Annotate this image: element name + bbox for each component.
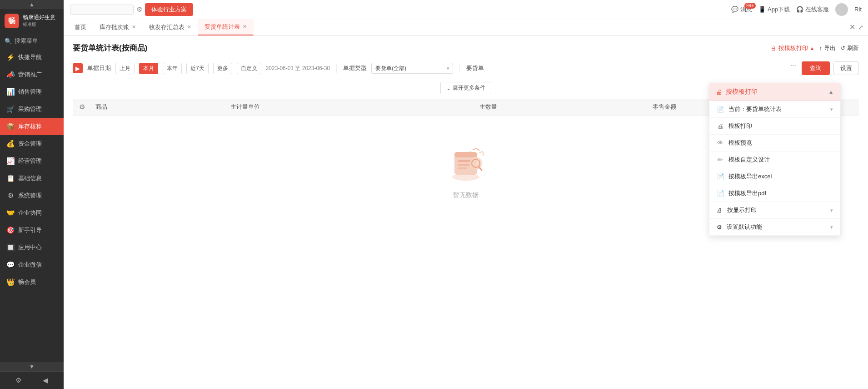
svg-rect-2 — [454, 152, 477, 157]
breadcrumb-input[interactable] — [70, 5, 134, 15]
sidebar-item-wechat[interactable]: 💬 企业微信 — [0, 256, 64, 273]
app-download-button[interactable]: 📱 App下载 — [758, 5, 790, 14]
type-filter-label: 单据类型 — [343, 64, 367, 72]
wechat-icon: 💬 — [6, 261, 15, 269]
date-btn-more[interactable]: 更多 — [213, 63, 232, 74]
sidebar-item-quick-nav[interactable]: ⚡ 快捷导航 — [0, 49, 64, 66]
date-btn-this-year[interactable]: 本年 — [163, 63, 182, 74]
col-quantity: 主数量 — [475, 99, 648, 116]
expand-more-btn[interactable]: ⌄ 展开更多条件 — [440, 82, 491, 94]
sidebar-item-basic[interactable]: 📋 基础信息 — [0, 170, 64, 187]
template-design-item[interactable]: ✏ 模板自定义设计 — [709, 152, 840, 168]
basic-icon: 📋 — [6, 174, 15, 182]
display-print-item[interactable]: 🖨 按显示打印 ▾ — [709, 202, 840, 219]
display-print-label: 按显示打印 — [727, 206, 757, 214]
page-header: 要货单统计表(按商品) 🖨 按模板打印 ▲ ↑ 导出 ↺ 刷新 — [64, 35, 868, 58]
date-btn-last-month[interactable]: 上月 — [115, 63, 135, 74]
print-dropdown-title-area: 🖨 按模板打印 — [716, 88, 758, 96]
guide-icon: 🎯 — [6, 226, 15, 234]
page-title: 要货单统计表(按商品) — [73, 43, 147, 53]
tabs-expand-icon[interactable]: ⤢ — [858, 24, 863, 31]
header-right: 💬 消息 99+ 📱 App下载 🎧 在线客服 Rit — [731, 3, 862, 16]
empty-text: 暂无数据 — [453, 191, 479, 199]
headset-icon: 🎧 — [796, 6, 803, 13]
expand-icon: ⌄ — [446, 85, 451, 91]
online-service-button[interactable]: 🎧 在线客服 — [796, 5, 829, 14]
tabs-close-all-icon[interactable]: ✕ — [849, 23, 855, 31]
system-icon: ⚙ — [6, 192, 15, 200]
current-template-chevron-icon: ▾ — [830, 106, 833, 112]
template-design-label: 模板自定义设计 — [728, 156, 770, 164]
sidebar-item-finance[interactable]: 💰 资金管理 — [0, 135, 64, 152]
settings-icon[interactable]: ⚙ — [15, 376, 21, 384]
template-doc-icon: 📄 — [717, 106, 724, 113]
date-btn-last-7-days[interactable]: 近7天 — [186, 63, 209, 74]
filter-expand-btn[interactable]: ▶ — [73, 63, 83, 73]
default-function-icon: ⚙ — [717, 224, 722, 231]
sidebar-item-marketing[interactable]: 📣 营销推广 — [0, 66, 64, 83]
template-print-item[interactable]: 🖨 模板打印 — [709, 118, 840, 135]
sidebar-scroll-up[interactable]: ▲ — [0, 0, 64, 9]
col-goods: 商品 — [91, 99, 226, 116]
sidebar-item-operation[interactable]: 📈 经营管理 — [0, 152, 64, 170]
avatar[interactable] — [835, 3, 848, 16]
header-gear-icon[interactable]: ⚙ — [136, 5, 142, 14]
sidebar-item-inventory[interactable]: 📦 库存核算 — [0, 118, 64, 135]
tab-receipt-summary[interactable]: 收发存汇总表 ✕ — [143, 19, 198, 35]
search-icon: 🔍 — [5, 38, 12, 45]
message-button[interactable]: 💬 消息 99+ — [731, 5, 752, 14]
tab-close-batch-account[interactable]: ✕ — [132, 24, 136, 30]
setting-button[interactable]: 设置 — [833, 61, 859, 75]
sidebar-scroll-down[interactable]: ▼ — [0, 362, 64, 371]
template-pdf-icon: 📄 — [717, 190, 724, 197]
filter-actions: ··· 查询 设置 — [788, 61, 859, 75]
date-btn-custom[interactable]: 自定义 — [237, 63, 261, 74]
template-excel-item[interactable]: 📄 按模板导出excel — [709, 168, 840, 185]
print-button[interactable]: 🖨 按模板打印 ▲ — [771, 44, 815, 52]
refresh-button[interactable]: ↺ 刷新 — [840, 44, 859, 52]
default-function-label: 设置默认功能 — [727, 223, 762, 231]
filter-divider2 — [459, 64, 460, 73]
page-content: 要货单统计表(按商品) 🖨 按模板打印 ▲ ↑ 导出 ↺ 刷新 ▶ — [64, 35, 868, 389]
logo-text: 畅康通好生意 标准版 — [23, 14, 55, 28]
printer-icon: 🖨 — [771, 45, 777, 51]
template-pdf-item[interactable]: 📄 按模板导出pdf — [709, 185, 840, 202]
export-button[interactable]: ↑ 导出 — [819, 44, 836, 52]
table-settings-icon[interactable]: ⚙ — [79, 103, 85, 111]
message-badge: 99+ — [744, 3, 756, 9]
sidebar-item-sales[interactable]: 📊 销售管理 — [0, 83, 64, 101]
query-button[interactable]: 查询 — [802, 61, 830, 75]
tab-close-order-stats[interactable]: ✕ — [243, 24, 247, 30]
operation-icon: 📈 — [6, 157, 15, 165]
sidebar-item-guide[interactable]: 🎯 新手引导 — [0, 222, 64, 239]
tab-home[interactable]: 首页 — [68, 19, 93, 35]
refresh-icon: ↺ — [840, 45, 845, 51]
collapse-icon[interactable]: ◀ — [43, 376, 48, 384]
tabs-bar: 首页 库存批次账 ✕ 收发存汇总表 ✕ 要货单统计表 ✕ ✕ ⤢ — [64, 19, 868, 35]
sidebar-item-enterprise[interactable]: 🤝 企业协同 — [0, 204, 64, 222]
sidebar-item-member[interactable]: 👑 畅会员 — [0, 273, 64, 291]
phone-icon: 📱 — [758, 6, 766, 13]
template-print-icon: 🖨 — [717, 122, 724, 130]
filter-divider — [336, 64, 337, 73]
trial-button[interactable]: 体验行业方案 — [145, 3, 193, 16]
search-menu[interactable]: 🔍 搜索菜单 — [0, 33, 64, 49]
sidebar-item-appstore[interactable]: 🔲 应用中心 — [0, 239, 64, 256]
tab-batch-account[interactable]: 库存批次账 ✕ — [93, 19, 143, 35]
tab-order-stats[interactable]: 要货单统计表 ✕ — [198, 19, 254, 35]
more-options-btn[interactable]: ··· — [788, 61, 798, 75]
date-btn-this-month[interactable]: 本月 — [139, 63, 158, 74]
sidebar-item-system[interactable]: ⚙ 系统管理 — [0, 187, 64, 204]
current-template-label: 当前：要货单统计表 — [728, 105, 782, 113]
default-function-item[interactable]: ⚙ 设置默认功能 ▾ — [709, 219, 840, 236]
tab-close-receipt-summary[interactable]: ✕ — [187, 24, 191, 30]
template-design-icon: ✏ — [717, 156, 724, 163]
template-pdf-label: 按模板导出pdf — [728, 189, 766, 197]
type-select[interactable]: 要货单(全部) — [371, 63, 453, 74]
display-print-chevron-icon: ▾ — [830, 207, 833, 213]
current-template-item[interactable]: 📄 当前：要货单统计表 ▾ — [709, 101, 840, 118]
sidebar-item-purchase[interactable]: 🛒 采购管理 — [0, 101, 64, 118]
dropdown-up-chevron-icon[interactable]: ▲ — [828, 89, 834, 96]
template-excel-label: 按模板导出excel — [728, 172, 772, 181]
template-preview-item[interactable]: 👁 模板预览 — [709, 135, 840, 152]
